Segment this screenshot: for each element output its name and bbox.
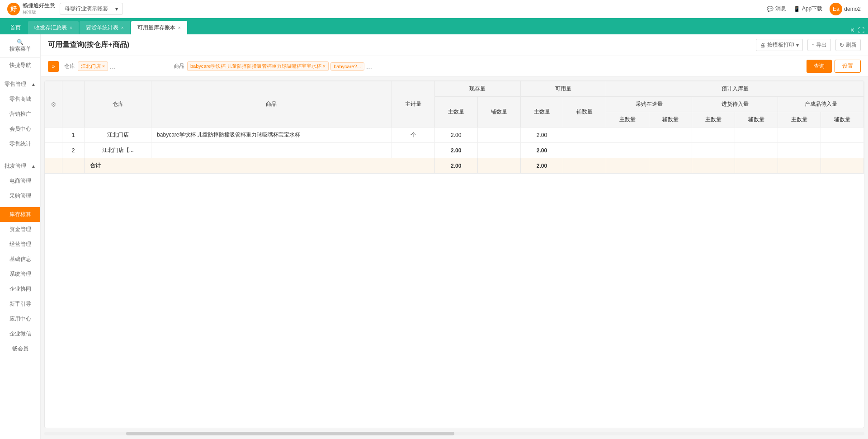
- sidebar-item-app-center[interactable]: 应用中心: [0, 312, 40, 326]
- refresh-btn[interactable]: ↻ 刷新: [835, 39, 861, 51]
- logo-text: 畅捷通好生意: [23, 2, 55, 9]
- content-area: 可用量查询(按仓库+商品) 🖨 按模板打印 ▾ ↑ 导出 ↻ 刷新: [41, 34, 868, 439]
- sidebar-retail-label: 零售管理: [5, 80, 26, 88]
- sidebar-purchase-label: 采购管理: [9, 192, 31, 200]
- table-row: 1 江北门店 babycare学饮杯 儿童防摔防撞吸管杯重力球吸嘴杯宝宝水杯 个…: [45, 127, 864, 143]
- tf-incoming-aux: [735, 158, 778, 174]
- td-production-aux: [821, 127, 863, 143]
- sidebar-wholesale-arrow: ▲: [31, 164, 36, 169]
- td-incoming-main: [692, 143, 735, 158]
- tf-production-main: [778, 158, 821, 174]
- message-btn[interactable]: 💬 消息: [767, 5, 786, 13]
- top-bar: 好 畅捷通好生意 标准版 母婴行业演示账套 ▾ 💬 消息 📱 App下载 Ea …: [0, 0, 868, 18]
- sidebar-wholesale-header[interactable]: 批发管理 ▲: [0, 159, 40, 174]
- tab-order-stats-close[interactable]: ×: [121, 25, 124, 30]
- close-all-icon[interactable]: ×: [850, 26, 854, 34]
- table-footer: 合计 2.00 2.00: [45, 158, 864, 174]
- warehouse-tag-label: 江北门店: [81, 63, 101, 70]
- sidebar-item-marketing[interactable]: 营销推广: [0, 107, 40, 122]
- page-title: 可用量查询(按仓库+商品): [48, 40, 129, 50]
- industry-select-label: 母婴行业演示账套: [65, 5, 108, 13]
- sidebar-item-operations[interactable]: 经营管理: [0, 237, 40, 252]
- sidebar-item-purchase[interactable]: 采购管理: [0, 189, 40, 203]
- tab-home-label: 首页: [10, 24, 21, 32]
- search-icon: 🔍: [4, 39, 37, 45]
- sidebar-retail-header[interactable]: 零售管理 ▲: [0, 77, 40, 92]
- sidebar-quick-nav[interactable]: 快捷导航: [0, 58, 40, 73]
- avatar: Ea: [830, 3, 842, 15]
- sidebar-item-system[interactable]: 系统管理: [0, 267, 40, 282]
- td-purchase-main: [606, 127, 649, 143]
- th-production-aux: 辅数量: [821, 112, 863, 127]
- export-icon: ↑: [811, 42, 814, 48]
- td-index: 2: [62, 143, 85, 158]
- td-warehouse: 江北门店【...: [85, 143, 151, 158]
- product-tag-label: babycare学饮杯 儿童防摔防撞吸管杯重力球吸嘴杯宝宝水杯: [190, 63, 321, 70]
- product-tag-remove[interactable]: ×: [323, 64, 326, 69]
- th-available-group: 可用量: [520, 81, 606, 97]
- tab-available-stock[interactable]: 可用量库存账本 ×: [131, 21, 187, 34]
- tab-order-stats[interactable]: 要货单统计表 ×: [80, 21, 130, 34]
- query-btn[interactable]: 查询: [807, 60, 832, 73]
- tab-receive-summary[interactable]: 收发存汇总表 ×: [28, 21, 79, 34]
- th-incoming-main: 主数量: [692, 112, 735, 127]
- filter-toggle-btn[interactable]: »: [48, 61, 59, 72]
- app-download-btn[interactable]: 📱 App下载: [793, 5, 822, 13]
- sidebar-item-retail-stats[interactable]: 零售统计: [0, 137, 40, 151]
- td-stock-aux: [477, 143, 520, 158]
- sidebar-item-enterprise[interactable]: 企业协同: [0, 282, 40, 297]
- td-stock-aux: [477, 127, 520, 143]
- template-print-btn[interactable]: 🖨 按模板打印 ▾: [756, 39, 803, 51]
- td-avail-main: 2.00: [520, 127, 563, 143]
- table-container: ⚙ 仓库 商品 主计量 现存量 可用量 预计入库量 主数量 辅数量 主数量: [44, 80, 864, 428]
- tab-receive-summary-label: 收发存汇总表: [34, 24, 67, 32]
- top-bar-right: 💬 消息 📱 App下载 Ea demo2: [767, 3, 861, 15]
- sidebar-item-finance[interactable]: 资金管理: [0, 222, 40, 237]
- sidebar-member-center-label: 会员中心: [9, 125, 31, 133]
- td-production-main: [778, 127, 821, 143]
- th-purchase-aux: 辅数量: [649, 112, 692, 127]
- th-stock-main: 主数量: [434, 97, 477, 127]
- filter-bar: » 仓库 江北门店 × ... 商品 babycare学饮杯 儿童防摔防撞吸管杯…: [41, 56, 868, 77]
- th-main-unit: 主计量: [392, 81, 434, 127]
- th-settings: ⚙: [45, 81, 62, 127]
- th-incoming-group: 进货待入量: [692, 97, 778, 112]
- refresh-icon: ↻: [840, 42, 844, 48]
- horizontal-scrollbar[interactable]: [44, 432, 864, 435]
- sidebar-ecommerce-label: 电商管理: [9, 177, 31, 185]
- product-label: 商品: [174, 62, 184, 70]
- sidebar-search-btn[interactable]: 🔍 搜索菜单: [0, 34, 40, 58]
- sidebar-item-member[interactable]: 畅会员: [0, 341, 40, 356]
- sidebar-item-basic-info[interactable]: 基础信息: [0, 252, 40, 267]
- product-more-btn[interactable]: ...: [366, 62, 372, 71]
- tab-receive-summary-close[interactable]: ×: [70, 25, 72, 30]
- sidebar-item-member-center[interactable]: 会员中心: [0, 122, 40, 137]
- scrollbar-thumb[interactable]: [126, 432, 454, 435]
- th-product: 商品: [151, 81, 392, 127]
- sidebar-item-ecommerce[interactable]: 电商管理: [0, 174, 40, 189]
- warehouse-more-btn[interactable]: ...: [110, 62, 116, 71]
- td-product: babycare学饮杯 儿童防摔防撞吸管杯重力球吸嘴杯宝宝水杯: [151, 127, 392, 143]
- sidebar-item-inventory[interactable]: 库存核算: [0, 207, 40, 222]
- page-actions: 🖨 按模板打印 ▾ ↑ 导出 ↻ 刷新: [756, 39, 861, 51]
- sidebar-item-guide[interactable]: 新手引导: [0, 297, 40, 312]
- td-index: 1: [62, 127, 85, 143]
- sidebar-item-retail-mall[interactable]: 零售商城: [0, 92, 40, 107]
- industry-select[interactable]: 母婴行业演示账套 ▾: [60, 3, 123, 15]
- td-settings: [45, 143, 62, 158]
- sidebar-section-wholesale: 批发管理 ▲ 电商管理 采购管理: [0, 155, 40, 207]
- user-area[interactable]: Ea demo2: [830, 3, 861, 15]
- print-icon: 🖨: [760, 42, 765, 48]
- gear-icon[interactable]: ⚙: [51, 101, 57, 108]
- export-btn[interactable]: ↑ 导出: [807, 39, 831, 51]
- tab-home[interactable]: 首页: [4, 21, 27, 34]
- settings-btn[interactable]: 设置: [835, 60, 861, 73]
- warehouse-tag-remove[interactable]: ×: [102, 64, 105, 69]
- sidebar-item-wecom[interactable]: 企业微信: [0, 326, 40, 341]
- expand-icon[interactable]: ⛶: [858, 27, 864, 34]
- toggle-icon: »: [52, 63, 55, 70]
- td-production-aux: [821, 143, 863, 158]
- tab-available-stock-close[interactable]: ×: [178, 25, 181, 30]
- nav-right-controls: × ⛶: [850, 26, 864, 34]
- tab-available-stock-label: 可用量库存账本: [137, 24, 175, 32]
